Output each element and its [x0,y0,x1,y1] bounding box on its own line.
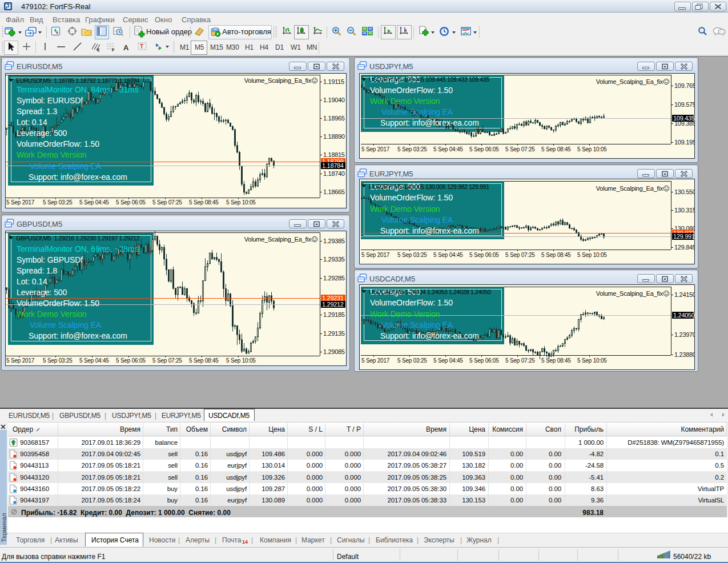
svg-text:5 Sep 06:05: 5 Sep 06:05 [469,146,499,152]
svg-text:5 Sep 2017: 5 Sep 2017 [6,357,35,364]
svg-text:TerminalMonitor ON, 69ms, ~28m: TerminalMonitor ON, 69ms, ~28ms [17,244,139,254]
svg-text:F: F [112,48,115,52]
svg-text:VolumeOrderFlow: 1.50: VolumeOrderFlow: 1.50 [370,298,453,307]
svg-text:Volume_Scalping_Ea_fix: Volume_Scalping_Ea_fix [244,236,312,243]
svg-text:5 Sep 2017: 5 Sep 2017 [361,252,390,258]
svg-text:Spread: 1.8: Spread: 1.8 [17,266,58,275]
svg-text:5 Sep 03:25: 5 Sep 03:25 [43,199,73,206]
svg-text:5 Sep 2017: 5 Sep 2017 [361,146,390,152]
svg-text:5 Sep 08:45: 5 Sep 08:45 [541,357,571,364]
svg-text:5 Sep 10:05: 5 Sep 10:05 [226,199,256,206]
svg-text:5 Sep 06:05: 5 Sep 06:05 [116,199,146,206]
svg-text:5 Sep 07:25: 5 Sep 07:25 [505,357,535,364]
svg-text:1.18665: 1.18665 [323,188,345,195]
svg-text:Support: info@forex-ea.com: Support: info@forex-ea.com [29,172,127,182]
svg-text:1.29135: 1.29135 [323,330,345,337]
svg-text:5 Sep 08:45: 5 Sep 08:45 [189,357,219,364]
svg-text:VolumeOrderFlow: 1.50: VolumeOrderFlow: 1.50 [370,193,453,202]
svg-text:5 Sep 06:05: 5 Sep 06:05 [116,357,146,364]
svg-text:1.29212: 1.29212 [322,301,344,308]
svg-text:Support: info@forex-ea.com: Support: info@forex-ea.com [29,331,127,340]
svg-text:5 Sep 08:45: 5 Sep 08:45 [189,199,219,206]
svg-text:5 Sep 07:25: 5 Sep 07:25 [505,252,535,258]
svg-text:Work Demo Version: Work Demo Version [17,150,87,159]
svg-text:5 Sep 04:45: 5 Sep 04:45 [433,252,463,258]
svg-text:5 Sep 06:05: 5 Sep 06:05 [469,357,499,364]
svg-text:USDCADf,M5 1.24034 1.24053 1.2: USDCADf,M5 1.24034 1.24053 1.24028 1.240… [369,288,491,295]
svg-text:VolumeOrderFlow: 1.50: VolumeOrderFlow: 1.50 [17,139,99,148]
svg-text:T: T [140,43,143,50]
svg-text:109.765: 109.765 [674,82,695,89]
svg-text:5 Sep 03:25: 5 Sep 03:25 [43,357,73,364]
svg-text:5 Sep 10:05: 5 Sep 10:05 [577,252,607,258]
svg-text:109.195: 109.195 [674,139,695,146]
svg-text:5 Sep 10:05: 5 Sep 10:05 [226,357,256,364]
svg-text:Volume Scalping EA: Volume Scalping EA [381,107,453,116]
svg-text:1.18784: 1.18784 [322,162,344,169]
svg-text:Work Demo Version: Work Demo Version [17,309,87,319]
svg-text:EURJPYf,M5 130.005 130.006 129: EURJPYf,M5 130.005 130.006 129.982 129.9… [369,183,489,190]
svg-text:1.23970: 1.23970 [674,331,695,338]
svg-text:5 Sep 04:45: 5 Sep 04:45 [79,199,109,206]
svg-text:5 Sep 04:45: 5 Sep 04:45 [79,357,109,364]
svg-text:1.23880: 1.23880 [674,351,695,358]
svg-text:1.18815: 1.18815 [323,151,345,158]
svg-text:Support: info@forex-ea.com: Support: info@forex-ea.com [380,118,479,127]
svg-text:GBPUSDf,M5 1.29216 1.29230 1.: GBPUSDf,M5 1.29216 1.29230 1.29197 1.292… [16,235,140,242]
svg-text:Volume_Scalping_Ea_fix: Volume_Scalping_Ea_fix [596,185,663,192]
svg-text:1.29335: 1.29335 [323,256,345,263]
svg-text:5 Sep 04:45: 5 Sep 04:45 [433,146,463,152]
svg-text:1.29385: 1.29385 [323,238,345,244]
svg-text:5 Sep 2017: 5 Sep 2017 [361,357,390,364]
svg-text:TerminalMonitor ON, 84ms, ~31m: TerminalMonitor ON, 84ms, ~31ms [17,85,139,94]
svg-text:Volume Scalping EA: Volume Scalping EA [30,162,102,171]
svg-text:Support: info@forex-ea.com: Support: info@forex-ea.com [380,331,479,340]
svg-text:EURUSDf,M5 1.18785 1.18792 1.: EURUSDf,M5 1.18785 1.18792 1.18771 1.187… [16,77,140,84]
svg-text:VolumeOrderFlow: 1.50: VolumeOrderFlow: 1.50 [17,299,99,308]
svg-text:129.845: 129.845 [674,244,695,251]
svg-text:Lot: 0.14: Lot: 0.14 [17,118,47,127]
svg-text:Volume_Scalping_Ea_fix: Volume_Scalping_Ea_fix [244,77,312,84]
svg-text:5 Sep 08:45: 5 Sep 08:45 [541,146,571,152]
svg-text:1.19040: 1.19040 [323,96,345,103]
svg-text:Volume_Scalping_Ea_fix: Volume_Scalping_Ea_fix [596,78,663,85]
svg-text:Work Demo Version: Work Demo Version [370,204,440,214]
svg-text:5 Sep 03:25: 5 Sep 03:25 [397,252,427,258]
svg-text:Volume Scalping EA: Volume Scalping EA [381,215,453,224]
svg-text:Work Demo Version: Work Demo Version [370,96,440,106]
svg-text:109.435: 109.435 [673,115,695,122]
svg-text:1.18965: 1.18965 [323,115,345,122]
svg-text:130.550: 130.550 [674,188,695,195]
svg-text:5 Sep 04:45: 5 Sep 04:45 [433,357,463,364]
svg-text:5 Sep 07:25: 5 Sep 07:25 [152,357,182,364]
svg-text:1.29085: 1.29085 [323,348,345,355]
svg-text:1.19115: 1.19115 [323,78,344,85]
svg-text:1.29285: 1.29285 [323,275,345,282]
svg-text:Leverage: 500: Leverage: 500 [17,288,67,297]
svg-text:Volume Scalping EA: Volume Scalping EA [30,320,102,329]
svg-text:1.29185: 1.29185 [323,311,345,318]
svg-text:5 Sep 10:05: 5 Sep 10:05 [577,357,607,364]
svg-text:Volume Scalping EA: Volume Scalping EA [381,320,453,329]
svg-text:5 Sep 2017: 5 Sep 2017 [6,199,35,206]
svg-text:129.991: 129.991 [673,233,695,240]
svg-text:USDJPYf,M5 109.445 109.445 109: USDJPYf,M5 109.445 109.445 109.433 109.4… [369,76,489,83]
svg-text:Support: info@forex-ea.com: Support: info@forex-ea.com [380,226,479,235]
svg-text:1.24050: 1.24050 [673,312,695,319]
svg-text:5 Sep 03:25: 5 Sep 03:25 [397,357,427,364]
svg-text:1.24150: 1.24150 [674,291,695,298]
svg-text:1.18740: 1.18740 [323,170,345,177]
svg-text:5 Sep 08:45: 5 Sep 08:45 [541,252,571,258]
svg-text:109.575: 109.575 [674,101,695,108]
svg-text:Leverage: 500: Leverage: 500 [17,128,67,138]
svg-text:Work Demo Version: Work Demo Version [370,309,440,319]
svg-text:5 Sep 07:25: 5 Sep 07:25 [505,146,535,152]
svg-text:5 Sep 03:25: 5 Sep 03:25 [397,146,427,152]
svg-text:5 Sep 06:05: 5 Sep 06:05 [469,252,499,258]
svg-text:5 Sep 07:25: 5 Sep 07:25 [152,199,182,206]
svg-text:5 Sep 10:05: 5 Sep 10:05 [577,146,607,152]
svg-text:1.18890: 1.18890 [323,133,345,140]
svg-text:Lot: 0.14: Lot: 0.14 [17,277,47,286]
svg-text:E: E [97,48,100,52]
svg-text:VolumeOrderFlow: 1.50: VolumeOrderFlow: 1.50 [370,86,453,95]
